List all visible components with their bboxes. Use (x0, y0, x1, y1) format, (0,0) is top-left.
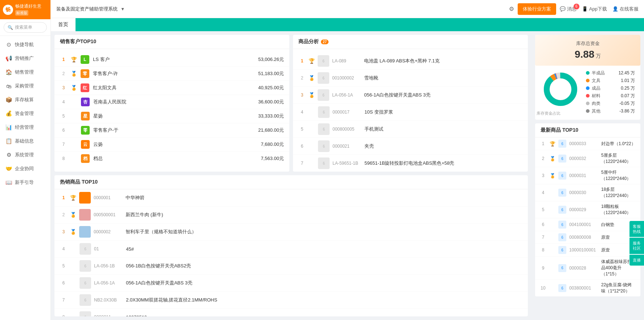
rank-number: 7 (539, 235, 547, 240)
rank-number: 9 (539, 266, 547, 271)
product-name: 18多层（1220*2440） (601, 186, 636, 199)
customer-value: 7,563.00元 (261, 155, 284, 162)
message-button[interactable]: 💬 消息 6 (560, 6, 576, 12)
app-download-button[interactable]: 📱 App下载 (582, 6, 607, 12)
sales-customer-panel: 销售客户TOP10 1 🏆 L LS 客户 53,006.26元 2 (54, 35, 289, 172)
sidebar-item-system[interactable]: ⚙ 系统管理 (0, 148, 50, 162)
sidebar-item-sales[interactable]: 🏠 销售管理 (0, 65, 50, 79)
purchase-icon: 🛍 (5, 83, 12, 89)
legend-color (586, 79, 590, 82)
legend-item: 文具 1.01 万 (586, 78, 635, 84)
sidebar-item-basic[interactable]: 📋 基础信息 (0, 134, 50, 148)
avatar: 档 (81, 154, 90, 163)
sidebar-item-inventory[interactable]: 📦 库存核算 (0, 93, 50, 107)
sidebar-item-purchase[interactable]: 🛍 采购管理 (0, 79, 50, 93)
product-thumbnail (79, 226, 91, 238)
product-name: 智利车子里（规格不知道填什么） (126, 229, 522, 235)
search-menu-button[interactable]: 🔍 搜索菜单 (4, 22, 47, 33)
avatar: 零 (81, 126, 90, 135)
system-dropdown-button[interactable]: ▼ (121, 7, 125, 12)
sales-customer-header: 销售客户TOP10 (54, 35, 289, 49)
service-icon: 👤 (612, 6, 618, 12)
medal-icon: 🏅 (550, 173, 555, 179)
tab-home[interactable]: 首页 (51, 18, 76, 31)
sidebar-item-cooperation[interactable]: 🤝 企业协同 (0, 162, 50, 176)
customer-name: 档总 (93, 155, 257, 162)
legend-color (586, 94, 590, 98)
sidebar-item-marketing[interactable]: 📢 营销推广 (0, 52, 50, 65)
new-products-header: 最新商品 TOP10 (535, 123, 640, 138)
sold-products-list: 1 🏆 6 LA-089 电池盖 LA-089 ABS本色+黑种 7.1克 2 … (293, 53, 528, 172)
message-badge: 6 (574, 4, 579, 9)
rank-number: 1 (60, 195, 67, 200)
table-row: 8 档 档总 7,563.00元 (54, 152, 289, 165)
product-code: LA-056-1A (332, 93, 361, 98)
product-code: 0000002 (94, 229, 123, 234)
live-button[interactable]: 直播 (629, 255, 644, 266)
sold-products-title: 商品分析 (298, 38, 319, 45)
community-button[interactable]: 服务社区 (629, 238, 644, 254)
list-item: 5 6 LA-056-1B 056-1B白色按键开关壳ABS2壳 (54, 258, 528, 275)
list-item: 2 🏅 000500001 新西兰牛肉 (新牛) (54, 206, 528, 223)
list-item: 8 6 0000011 12070519-xs (54, 309, 528, 316)
product-thumbnail: 6 (318, 72, 329, 84)
list-item: 8 6 10000100001 原壹 (535, 244, 640, 257)
product-name: 手机测试 (364, 126, 522, 132)
product-thumbnail: 6 (80, 294, 91, 306)
customer-value: 53,006.26元 (258, 56, 284, 63)
product-name: 雪地靴 (364, 75, 522, 81)
medal-icon: 🏆 (550, 141, 555, 147)
product-name: 5厘多层（1220*2440） (601, 152, 636, 165)
sidebar-item-finance[interactable]: 💰 资金管理 (0, 107, 50, 120)
product-code: 10000100001 (569, 247, 598, 253)
header-title: 装备及固定资产辅助管理系统 ▼ (56, 6, 505, 12)
table-row: 6 零 零售客户-于 21,680.00元 (54, 123, 289, 138)
product-code: 000800008 (569, 235, 598, 240)
app-icon: 📱 (582, 6, 588, 12)
legend-color (586, 102, 590, 105)
new-products-title: 最新商品 TOP10 (541, 127, 578, 134)
hot-products-title: 热销商品 TOP10 (60, 179, 98, 185)
sales-customer-title: 销售客户TOP10 (60, 38, 96, 45)
rank-number: 2 (298, 75, 306, 81)
rank-number: 6 (539, 222, 547, 227)
product-name: 18颗粒板（1220*2440） (601, 204, 636, 216)
medal-icon: 🏅 (70, 229, 76, 235)
table-row: 1 🏆 L LS 客户 53,006.26元 (54, 53, 289, 67)
product-code: 001000002 (332, 75, 361, 81)
online-service-button[interactable]: 👤 在线客服 (612, 6, 639, 12)
product-thumbnail (79, 192, 91, 204)
legend-item: 成品 0.25 万 (586, 85, 635, 91)
list-item: 2 🏅 6 001000002 雪地靴 (293, 70, 528, 87)
basic-icon: 📋 (5, 138, 12, 144)
product-thumbnail: 6 (318, 123, 330, 135)
chart-legend: 半成品 12.45 万 文具 1.01 万 成品 0.25 万 (586, 70, 635, 116)
product-thumbnail: 6 (318, 157, 330, 169)
list-item: 3 🏅 6 LA-056-1A 056-1A白色按键开关盖ABS 3壳 (293, 87, 528, 104)
top-panels: 销售客户TOP10 1 🏆 L LS 客户 53,006.26元 2 (54, 35, 528, 172)
rank-number: 2 (60, 71, 67, 76)
sidebar-item-operation[interactable]: 📊 经营管理 (0, 120, 50, 134)
rank-number: 1 (60, 57, 67, 62)
product-name: 59651-1B旋转投影灯电池盒ABS黑色+58壳 (364, 160, 522, 167)
list-item: 3 🏅 6 0000031 5厘中纤（1220*2440） (535, 167, 640, 184)
customer-service-button[interactable]: 客服热线 (629, 221, 644, 237)
product-code: 003800001 (569, 286, 598, 291)
system-icon: ⚙ (5, 152, 12, 158)
try-btn[interactable]: 体验行业方案 (518, 3, 556, 15)
legend-item: 半成品 12.45 万 (586, 70, 635, 76)
customer-name: 云扬 (93, 141, 257, 148)
product-thumbnail: 6 (558, 264, 566, 272)
rank-number: 8 (60, 156, 67, 161)
sidebar-nav: ⊙ 快捷导航 📢 营销推广 🏠 销售管理 🛍 采购管理 📦 库存核算 💰 资金管… (0, 36, 50, 320)
customer-name: LS 客户 (93, 56, 254, 63)
sidebar-item-quick-nav[interactable]: ⊙ 快捷导航 (0, 38, 50, 52)
rank-number: 1 (539, 141, 547, 146)
settings-button[interactable]: ⚙ (509, 5, 514, 12)
list-item: 7 6 LA-59651-1B 59651-1B旋转投影灯电池盒ABS黑色+58… (293, 155, 528, 172)
rank-number: 5 (60, 263, 67, 268)
logo-icon: 畅 (3, 5, 13, 15)
operation-icon: 📊 (5, 124, 12, 131)
sidebar-item-guide[interactable]: 📖 新手引导 (0, 176, 50, 189)
product-thumbnail: 6 (80, 277, 91, 289)
